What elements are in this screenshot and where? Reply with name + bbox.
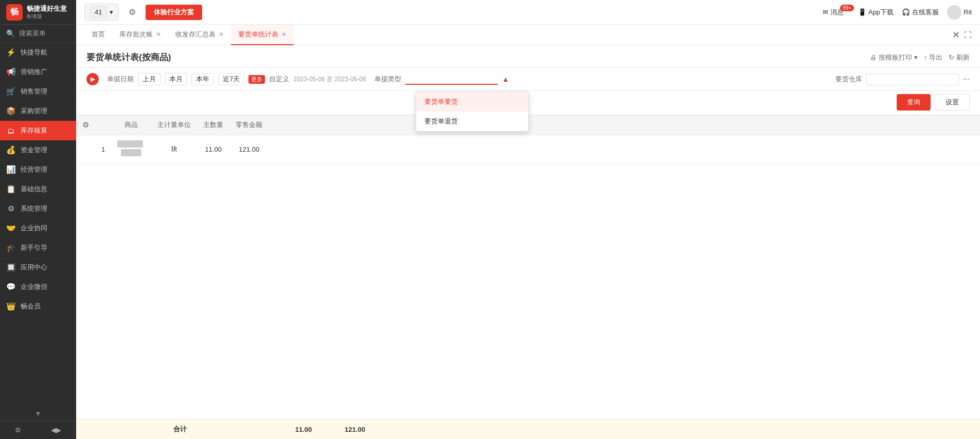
- sidebar-item-operation[interactable]: 📊 经营管理: [0, 160, 76, 179]
- dropdown-item-require-return[interactable]: 要货单退货: [416, 112, 528, 131]
- date-last-7-days-btn[interactable]: 近7天: [218, 73, 244, 85]
- page-header: 要货单统计表(按商品) 🖨 按模板打印 ▾ ↑ 导出 ↻ 刷新: [76, 45, 980, 68]
- trial-industry-button[interactable]: 体验行业方案: [146, 5, 202, 20]
- sidebar-item-marketing[interactable]: 📢 营销推广: [0, 62, 76, 82]
- messages-btn[interactable]: ✉ 消息 99+: [823, 8, 850, 17]
- chevron-up-icon[interactable]: ▲: [502, 75, 509, 83]
- sidebar-collapse-btn[interactable]: ◀▶: [51, 426, 61, 434]
- tab-number: 41: [90, 6, 106, 18]
- user-avatar-btn[interactable]: Rit: [947, 5, 972, 20]
- cell-extra: [269, 135, 980, 163]
- close-order-stats-icon[interactable]: ✕: [281, 31, 287, 38]
- sidebar-item-purchase[interactable]: 📦 采购管理: [0, 101, 76, 121]
- table-container: ⚙ 商品 主计量单位 主数量 零售金额 1: [76, 115, 980, 419]
- sidebar-header: 畅 畅捷通好生意 标准版: [0, 0, 76, 25]
- date-filter-label: 单据日期: [107, 75, 134, 84]
- footer-label: 合计: [82, 425, 278, 434]
- sidebar: 畅 畅捷通好生意 标准版 🔍 搜索菜单 ⚡ 快捷导航 📢 营销推广 🛒 销售管理…: [0, 0, 76, 439]
- sidebar-search[interactable]: 🔍 搜索菜单: [0, 25, 76, 43]
- close-all-icon[interactable]: ✕: [952, 29, 960, 41]
- close-receive-summary-icon[interactable]: ✕: [219, 31, 224, 38]
- type-filter-input[interactable]: [405, 74, 498, 85]
- header-settings-btn[interactable]: ⚙: [125, 5, 139, 20]
- sidebar-scroll-down[interactable]: ▼: [0, 407, 76, 420]
- page-header-actions: 🖨 按模板打印 ▾ ↑ 导出 ↻ 刷新: [870, 53, 970, 62]
- export-btn[interactable]: ↑ 导出: [924, 53, 943, 62]
- sidebar-footer: ⚙ ◀▶: [0, 420, 76, 439]
- tab-bar: 首页 库存批次账 ✕ 收发存汇总表 ✕ 要货单统计表 ✕ ✕ ⛶: [76, 25, 980, 45]
- sidebar-item-finance[interactable]: 💰 资金管理: [0, 140, 76, 160]
- sidebar-item-apps[interactable]: 🔲 应用中心: [0, 258, 76, 277]
- tab-receive-summary[interactable]: 收发存汇总表 ✕: [168, 25, 231, 45]
- date-more-badge[interactable]: 更多: [248, 75, 265, 84]
- type-filter-label: 单据类型: [375, 75, 401, 84]
- collapse-icon: ◀▶: [51, 426, 61, 434]
- date-last-month-btn[interactable]: 上月: [138, 73, 161, 85]
- message-icon: ✉: [823, 8, 828, 16]
- refresh-btn[interactable]: ↻ 刷新: [949, 53, 970, 62]
- type-dropdown: 要货单要货 要货单退货: [416, 92, 529, 132]
- cell-num: 1: [95, 135, 111, 163]
- inventory-icon: 🗂: [6, 126, 15, 135]
- date-custom-btn[interactable]: 自定义: [269, 75, 289, 84]
- online-service-btn[interactable]: 🎧 在线客服: [902, 8, 939, 17]
- dropdown-item-require-goods[interactable]: 要货单要货: [416, 92, 528, 112]
- query-button[interactable]: 查询: [897, 94, 931, 111]
- filter-bar: ▶ 单据日期 上月 本月 本年 近7天 更多 自定义 2023-05-06 至 …: [76, 68, 980, 91]
- filter-expand-btn[interactable]: ▶: [86, 73, 99, 85]
- print-template-btn[interactable]: 🖨 按模板打印 ▾: [870, 53, 918, 62]
- tab-order-stats[interactable]: 要货单统计表 ✕: [231, 25, 294, 45]
- sidebar-item-wechat[interactable]: 💬 企业微信: [0, 277, 76, 297]
- sidebar-item-system[interactable]: ⚙ 系统管理: [0, 199, 76, 218]
- expand-tabs-icon[interactable]: ⛶: [964, 30, 972, 39]
- warehouse-filter-label: 要货仓库: [835, 75, 862, 84]
- chevron-down-icon: ▾: [110, 8, 113, 16]
- filter-type-section: 单据类型 ▲: [375, 74, 827, 85]
- sidebar-item-quick-nav[interactable]: ⚡ 快捷导航: [0, 43, 76, 62]
- col-product: 商品: [111, 115, 151, 135]
- operation-icon: 📊: [6, 165, 15, 174]
- top-right: ✉ 消息 99+ 📱 App下载 🎧 在线客服 Rit: [823, 5, 972, 20]
- wechat-icon: 💬: [6, 282, 15, 291]
- top-left: 41 ▾ ⚙ 体验行业方案: [84, 4, 202, 21]
- user-avatar: [947, 5, 961, 20]
- sidebar-item-sales[interactable]: 🛒 销售管理: [0, 82, 76, 101]
- col-amount: 零售金额: [229, 115, 269, 135]
- sidebar-settings-btn[interactable]: ⚙: [15, 426, 21, 434]
- marketing-icon: 📢: [6, 67, 15, 77]
- page-title: 要货单统计表(按商品): [86, 51, 171, 63]
- app-download-btn[interactable]: 📱 App下载: [858, 8, 894, 17]
- tab-bar-actions: ✕ ⛶: [952, 29, 972, 41]
- finance-icon: 💰: [6, 145, 15, 155]
- footer-amount: 121.00: [329, 426, 381, 433]
- print-icon: 🖨: [870, 53, 877, 61]
- cell-qty: 11.00: [197, 135, 229, 163]
- date-this-year-btn[interactable]: 本年: [191, 73, 214, 85]
- sidebar-item-basic[interactable]: 📋 基础信息: [0, 179, 76, 199]
- close-batch-account-icon[interactable]: ✕: [156, 31, 161, 38]
- messages-badge: 99+: [840, 5, 854, 11]
- date-range-display: 2023-05-06 至 2023-06-06: [293, 75, 366, 84]
- tab-home[interactable]: 首页: [84, 25, 112, 45]
- col-qty: 主数量: [197, 115, 229, 135]
- filter-warehouse-section: 要货仓库 ···: [835, 74, 970, 85]
- settings-action-button[interactable]: 设置: [935, 94, 970, 111]
- col-settings: ⚙: [76, 115, 95, 135]
- warehouse-filter-input[interactable]: [866, 74, 959, 85]
- sidebar-item-members[interactable]: 👑 畅会员: [0, 297, 76, 316]
- headset-icon: 🎧: [902, 8, 910, 16]
- gear-icon: ⚙: [129, 7, 136, 17]
- tab-selector[interactable]: 41 ▾: [84, 4, 119, 21]
- table-row: 1 块 11.00 121.00: [76, 135, 980, 163]
- tab-batch-account[interactable]: 库存批次账 ✕: [112, 25, 168, 45]
- filter-more-btn[interactable]: ···: [963, 75, 970, 84]
- col-num: [95, 115, 111, 135]
- col-settings-icon[interactable]: ⚙: [82, 120, 89, 129]
- date-this-month-btn[interactable]: 本月: [165, 73, 187, 85]
- sidebar-item-guide[interactable]: 🎓 新手引导: [0, 238, 76, 258]
- cell-amount: 121.00: [229, 135, 269, 163]
- cell-settings: [76, 135, 95, 163]
- sidebar-item-inventory[interactable]: 🗂 库存核算: [0, 121, 76, 140]
- members-icon: 👑: [6, 302, 15, 311]
- sidebar-item-enterprise[interactable]: 🤝 企业协同: [0, 218, 76, 238]
